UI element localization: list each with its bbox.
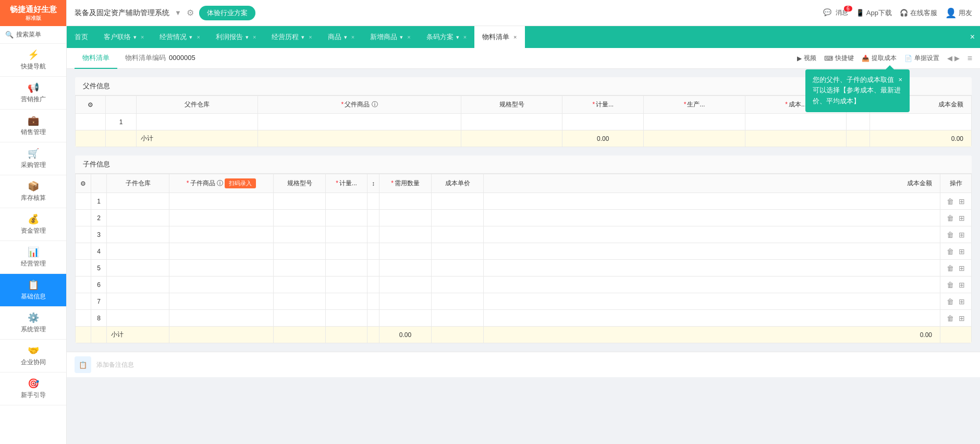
sidebar-item-quick-nav[interactable]: ⚡ 快捷导航	[0, 44, 66, 77]
tab-operations-status[interactable]: 经营情况 ▾ ×	[152, 26, 207, 48]
child-row-2-delete-btn[interactable]: 🗑	[945, 214, 956, 222]
child-row-2-unit[interactable]	[326, 210, 368, 226]
prev-btn[interactable]: ◀	[947, 54, 952, 62]
child-row-5-unit[interactable]	[326, 260, 368, 277]
view-video-btn[interactable]: ▶ 视频	[797, 54, 816, 63]
child-row-6-qty[interactable]	[379, 277, 432, 293]
user-area[interactable]: 👤 用友	[945, 7, 972, 19]
child-row-7-spec[interactable]	[274, 293, 326, 310]
tab-barcode[interactable]: 条码方案 ▾ ×	[419, 26, 474, 48]
child-row-2-spec[interactable]	[274, 210, 326, 226]
child-row-5-product[interactable]	[169, 260, 274, 277]
child-row-2-unit-cost[interactable]	[432, 210, 484, 226]
parent-row-1-unit[interactable]	[562, 114, 644, 130]
sidebar-item-search[interactable]: 🔍 搜索菜单	[0, 26, 66, 44]
child-row-6-unit[interactable]	[326, 277, 368, 293]
child-row-3-unit[interactable]	[326, 226, 368, 243]
tab-profit-report[interactable]: 利润报告 ▾ ×	[208, 26, 264, 48]
child-row-1-warehouse[interactable]	[107, 193, 169, 210]
nav-close-all[interactable]: ×	[965, 32, 980, 42]
child-row-8-delete-btn[interactable]: 🗑	[945, 314, 956, 322]
single-settings-btn[interactable]: 📄 单据设置	[904, 54, 939, 63]
child-row-6-delete-btn[interactable]: 🗑	[945, 281, 956, 289]
parent-row-1-prod[interactable]	[644, 114, 745, 130]
cost-extract-btn[interactable]: 📥 提取成本	[862, 54, 897, 63]
child-row-4-unit[interactable]	[326, 243, 368, 260]
tab-products-close[interactable]: ×	[351, 34, 354, 40]
child-row-2-warehouse[interactable]	[107, 210, 169, 226]
child-row-4-delete-btn[interactable]: 🗑	[945, 247, 956, 256]
tab-history-close[interactable]: ×	[309, 34, 312, 40]
child-row-7-copy-btn[interactable]: ⊞	[957, 297, 966, 306]
child-row-1-qty[interactable]	[379, 193, 432, 210]
shortcut-btn[interactable]: ⌨ 快捷键	[824, 54, 854, 63]
bottom-note-icon[interactable]: 📋	[75, 356, 91, 373]
child-row-7-delete-btn[interactable]: 🗑	[945, 297, 956, 306]
tab-ops-close[interactable]: ×	[197, 34, 200, 40]
child-row-4-product[interactable]	[169, 243, 274, 260]
child-row-6-product[interactable]	[169, 277, 274, 293]
child-row-2-qty[interactable]	[379, 210, 432, 226]
child-row-1-delete-btn[interactable]: 🗑	[945, 197, 956, 206]
sidebar-item-sales[interactable]: 💼 销售管理	[0, 110, 66, 142]
app-download[interactable]: 📱 App下载	[856, 8, 892, 18]
child-row-2-product[interactable]	[169, 210, 274, 226]
child-row-7-unit[interactable]	[326, 293, 368, 310]
child-row-5-qty[interactable]	[379, 260, 432, 277]
tab-new-product-close[interactable]: ×	[407, 34, 410, 40]
online-service[interactable]: 🎧 在线客服	[900, 8, 937, 18]
child-row-1-copy-btn[interactable]: ⊞	[957, 197, 966, 206]
tab-customer-close[interactable]: ×	[141, 34, 144, 40]
settings-icon[interactable]: ⚙	[187, 8, 194, 18]
sidebar-item-enterprise[interactable]: 🤝 企业协同	[0, 340, 66, 373]
tab-barcode-close[interactable]: ×	[463, 34, 467, 40]
child-row-5-unit-cost[interactable]	[432, 260, 484, 277]
child-row-7-product[interactable]	[169, 293, 274, 310]
child-row-4-unit-cost[interactable]	[432, 243, 484, 260]
tab-home[interactable]: 首页	[67, 26, 96, 48]
child-row-8-copy-btn[interactable]: ⊞	[957, 314, 966, 322]
parent-row-1-spec[interactable]	[461, 114, 562, 130]
sidebar-item-basic-info[interactable]: 📋 基础信息	[0, 274, 66, 307]
sidebar-item-guide[interactable]: 🎯 新手引导	[0, 373, 66, 405]
tab-profit-close[interactable]: ×	[253, 34, 256, 40]
message-icon-container[interactable]: 💬 6 消息	[823, 8, 848, 17]
child-row-4-warehouse[interactable]	[107, 243, 169, 260]
tooltip-close-btn[interactable]: ×	[898, 75, 902, 86]
child-row-5-spec[interactable]	[274, 260, 326, 277]
child-row-5-delete-btn[interactable]: 🗑	[945, 264, 956, 272]
child-row-1-unit-cost[interactable]	[432, 193, 484, 210]
child-row-8-qty[interactable]	[379, 310, 432, 327]
tab-bom[interactable]: 物料清单 ×	[474, 26, 524, 48]
child-row-1-product[interactable]	[169, 193, 274, 210]
sidebar-item-system[interactable]: ⚙️ 系统管理	[0, 307, 66, 340]
sidebar-item-purchase[interactable]: 🛒 采购管理	[0, 142, 66, 175]
child-row-3-qty[interactable]	[379, 226, 432, 243]
sidebar-item-inventory[interactable]: 📦 库存核算	[0, 175, 66, 208]
grid-view-icon[interactable]: ≡	[967, 54, 972, 63]
child-row-8-unit-cost[interactable]	[432, 310, 484, 327]
child-row-3-warehouse[interactable]	[107, 226, 169, 243]
child-row-7-qty[interactable]	[379, 293, 432, 310]
child-row-5-copy-btn[interactable]: ⊞	[957, 264, 966, 272]
parent-row-1-warehouse[interactable]	[136, 114, 258, 130]
child-row-7-warehouse[interactable]	[107, 293, 169, 310]
scan-input-btn[interactable]: 扫码录入	[225, 178, 256, 188]
child-row-1-spec[interactable]	[274, 193, 326, 210]
tab-customer[interactable]: 客户联络 ▾ ×	[96, 26, 152, 48]
child-row-4-copy-btn[interactable]: ⊞	[957, 247, 966, 256]
child-row-6-spec[interactable]	[274, 277, 326, 293]
sidebar-item-marketing[interactable]: 📢 营销推广	[0, 77, 66, 110]
child-row-4-qty[interactable]	[379, 243, 432, 260]
child-row-4-spec[interactable]	[274, 243, 326, 260]
child-row-8-warehouse[interactable]	[107, 310, 169, 327]
child-row-7-unit-cost[interactable]	[432, 293, 484, 310]
child-row-5-warehouse[interactable]	[107, 260, 169, 277]
parent-row-1-cost[interactable]	[745, 114, 847, 130]
child-row-8-product[interactable]	[169, 310, 274, 327]
dropdown-icon[interactable]: ▼	[175, 9, 181, 17]
sidebar-item-operations[interactable]: 📊 经营管理	[0, 241, 66, 274]
child-row-2-copy-btn[interactable]: ⊞	[957, 214, 966, 222]
sidebar-item-finance[interactable]: 💰 资金管理	[0, 208, 66, 241]
child-row-3-spec[interactable]	[274, 226, 326, 243]
